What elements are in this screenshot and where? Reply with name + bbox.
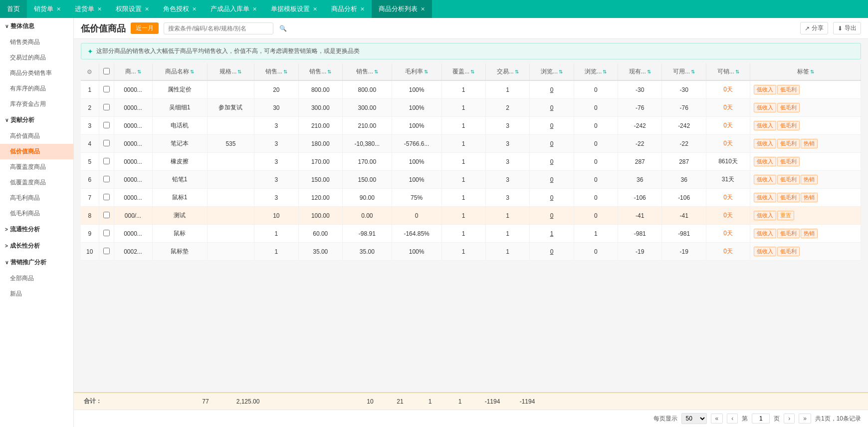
nav-item-首页[interactable]: 首页 — [0, 0, 27, 18]
nav-item-销货单[interactable]: 销货单✕ — [27, 0, 68, 18]
sidebar-item-销售类商品[interactable]: 销售类商品 — [0, 34, 73, 50]
nav-item-商品分析[interactable]: 商品分析✕ — [324, 0, 372, 18]
prev-page-btn[interactable]: ‹ — [727, 414, 738, 424]
col-gear[interactable]: ⚙ — [81, 63, 99, 80]
row-sales1: 3 — [254, 117, 298, 135]
next-page-btn[interactable]: › — [784, 414, 795, 424]
col-name[interactable]: 商品名称⇅ — [152, 63, 207, 80]
col-current[interactable]: 现有...⇅ — [618, 63, 662, 80]
close-icon[interactable]: ✕ — [313, 6, 317, 12]
sidebar-item-高毛利商品[interactable]: 高毛利商品 — [0, 190, 73, 206]
settings-icon[interactable]: ⚙ — [87, 68, 92, 75]
row-trade: 1 — [485, 207, 529, 225]
close-icon[interactable]: ✕ — [97, 6, 102, 12]
row-browse1[interactable]: 0 — [530, 80, 574, 99]
browse1-link[interactable]: 0 — [550, 104, 554, 111]
browse1-link[interactable]: 0 — [550, 194, 554, 201]
nav-item-商品分析列表[interactable]: 商品分析列表✕ — [372, 0, 432, 18]
nav-item-角色授权[interactable]: 角色授权✕ — [156, 0, 204, 18]
sidebar-section-贡献分析[interactable]: ∨贡献分析 — [0, 112, 73, 128]
nav-item-单据模板设置[interactable]: 单据模板设置✕ — [264, 0, 324, 18]
first-page-btn[interactable]: « — [711, 414, 723, 424]
sidebar-item-全部商品[interactable]: 全部商品 — [0, 271, 73, 286]
row-checkbox[interactable] — [103, 158, 110, 164]
row-checkbox[interactable] — [103, 86, 110, 92]
sidebar-item-高价值商品[interactable]: 高价值商品 — [0, 128, 73, 144]
browse1-link[interactable]: 0 — [550, 122, 554, 129]
row-browse1[interactable]: 0 — [530, 171, 574, 189]
col-tags[interactable]: 标签⇅ — [750, 63, 861, 80]
row-browse1[interactable]: 0 — [530, 135, 574, 153]
browse1-link[interactable]: 0 — [550, 212, 554, 219]
row-checkbox[interactable] — [103, 122, 110, 128]
row-browse1[interactable]: 0 — [530, 153, 574, 171]
close-icon[interactable]: ✕ — [421, 6, 425, 12]
browse1-link[interactable]: 0 — [550, 140, 554, 147]
sidebar-item-低覆盖度商品[interactable]: 低覆盖度商品 — [0, 175, 73, 190]
sidebar-section-营销推广分析[interactable]: ∨营销推广分析 — [0, 254, 73, 271]
select-all-checkbox[interactable] — [103, 68, 110, 74]
tag-热销: 热销 — [801, 139, 818, 148]
sidebar-item-高覆盖度商品[interactable]: 高覆盖度商品 — [0, 159, 73, 175]
row-browse1[interactable]: 0 — [530, 189, 574, 207]
col-sales2[interactable]: 销售...⇅ — [298, 63, 342, 80]
share-button[interactable]: ↗ 分享 — [800, 22, 828, 34]
search-input[interactable] — [164, 22, 273, 34]
col-coverage[interactable]: 覆盖...⇅ — [441, 63, 485, 80]
col-saleable[interactable]: 可销...⇅ — [706, 63, 750, 80]
sidebar-item-新品[interactable]: 新品 — [0, 286, 73, 302]
export-button[interactable]: ⬇ 导出 — [833, 22, 861, 34]
browse1-link[interactable]: 0 — [550, 176, 554, 183]
search-icon[interactable]: 🔍 — [279, 25, 287, 32]
nav-item-权限设置[interactable]: 权限设置✕ — [109, 0, 156, 18]
col-sales3[interactable]: 销售...⇅ — [342, 63, 392, 80]
sidebar-item-交易过的商品[interactable]: 交易过的商品 — [0, 50, 73, 65]
row-browse1[interactable]: 0 — [530, 99, 574, 117]
row-checkbox[interactable] — [103, 104, 110, 110]
last-page-btn[interactable]: » — [799, 414, 811, 424]
close-icon[interactable]: ✕ — [360, 6, 365, 12]
nav-item-进货单[interactable]: 进货单✕ — [68, 0, 109, 18]
col-sales1[interactable]: 销售...⇅ — [254, 63, 298, 80]
row-checkbox[interactable] — [103, 212, 110, 218]
row-checkbox[interactable] — [103, 140, 110, 146]
col-code[interactable]: 商...⇅ — [114, 63, 152, 80]
nav-item-产成品入库单[interactable]: 产成品入库单✕ — [204, 0, 264, 18]
sidebar-section-整体信息[interactable]: ∨整体信息 — [0, 18, 73, 34]
browse1-link[interactable]: 0 — [550, 248, 554, 255]
sidebar-item-库存资金占用[interactable]: 库存资金占用 — [0, 96, 73, 112]
row-name: 笔记本 — [152, 135, 207, 153]
col-available[interactable]: 可用...⇅ — [662, 63, 706, 80]
col-margin[interactable]: 毛利率⇅ — [392, 63, 441, 80]
col-browse2[interactable]: 浏览...⇅ — [574, 63, 618, 80]
table-container[interactable]: ⚙ 商...⇅ 商品名称⇅ 规格...⇅ 销售...⇅ 销售...⇅ 销售...… — [81, 63, 861, 392]
row-checkbox[interactable] — [103, 176, 110, 182]
sidebar-section-成长性分析[interactable]: >成长性分析 — [0, 238, 73, 254]
page-input[interactable] — [752, 414, 770, 424]
close-icon[interactable]: ✕ — [252, 6, 257, 12]
row-checkbox[interactable] — [103, 248, 110, 254]
row-browse1[interactable]: 0 — [530, 243, 574, 261]
browse1-link[interactable]: 0 — [550, 86, 554, 93]
sidebar-item-低价值商品[interactable]: 低价值商品 — [0, 144, 73, 159]
row-browse1[interactable]: 1 — [530, 225, 574, 243]
col-spec[interactable]: 规格...⇅ — [207, 63, 254, 80]
row-browse1[interactable]: 0 — [530, 207, 574, 225]
sidebar-item-低毛利商品[interactable]: 低毛利商品 — [0, 206, 73, 221]
sidebar-item-商品分类销售率[interactable]: 商品分类销售率 — [0, 65, 73, 81]
col-browse1[interactable]: 浏览...⇅ — [530, 63, 574, 80]
close-icon[interactable]: ✕ — [145, 6, 149, 12]
sidebar-item-有库序的商品[interactable]: 有库序的商品 — [0, 81, 73, 96]
filter-button[interactable]: 近一月 — [131, 22, 159, 34]
page-size-select[interactable]: 50 100 — [681, 413, 707, 424]
arrow-icon: ∨ — [5, 117, 8, 123]
close-icon[interactable]: ✕ — [56, 6, 61, 12]
close-icon[interactable]: ✕ — [192, 6, 197, 12]
row-checkbox[interactable] — [103, 194, 110, 200]
col-trade[interactable]: 交易...⇅ — [485, 63, 529, 80]
browse1-link[interactable]: 0 — [550, 158, 554, 165]
row-browse1[interactable]: 0 — [530, 117, 574, 135]
row-checkbox[interactable] — [103, 230, 110, 236]
browse1-link[interactable]: 1 — [550, 230, 554, 237]
sidebar-section-流通性分析[interactable]: >流通性分析 — [0, 221, 73, 238]
